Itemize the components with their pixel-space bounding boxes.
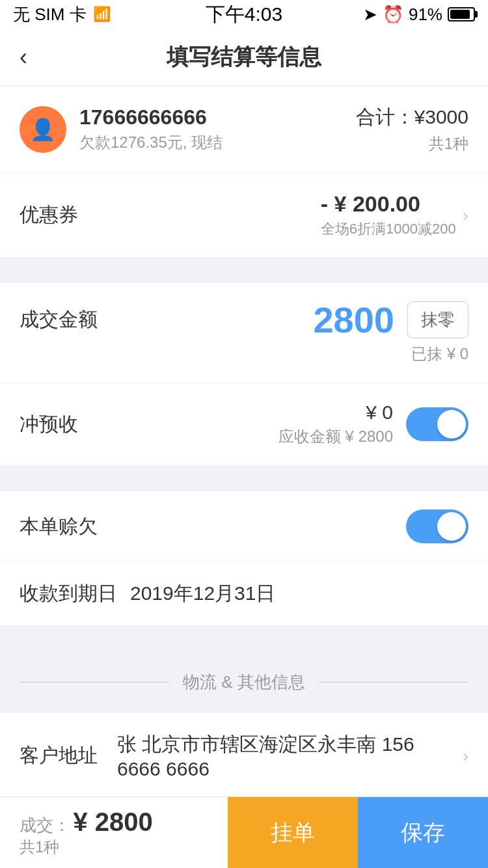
battery-icon [448, 7, 475, 21]
coupon-amount: - ¥ 200.00 [321, 191, 456, 217]
customer-right: 合计：¥3000 共1种 [356, 104, 468, 154]
due-section: 收款到期日 2019年12月31日 [0, 562, 488, 625]
prepay-sub: 应收金额 ¥ 2800 [278, 426, 393, 447]
save-button[interactable]: 保存 [358, 797, 488, 869]
footer-amount: ¥ 2800 [73, 807, 152, 836]
avatar: 👤 [20, 106, 66, 153]
due-row: 收款到期日 2019年12月31日 [20, 580, 468, 607]
coupon-info: - ¥ 200.00 全场6折满1000减200 [321, 191, 456, 239]
deal-card: 成交金额 2800 抹零 已抹 ¥ 0 冲预收 ¥ 0 应收金额 ¥ 2800 [0, 283, 488, 465]
customer-phone: 17666666666 [79, 105, 223, 129]
section-separator-3 [0, 638, 488, 651]
total-amount: 合计：¥3000 [356, 104, 468, 131]
carrier-label: 无 SIM 卡 [13, 3, 87, 26]
nav-bar: ‹ 填写结算等信息 [0, 29, 488, 86]
round-button[interactable]: 抹零 [407, 301, 468, 338]
deal-right: 2800 抹零 [313, 301, 468, 338]
location-icon: ➤ [363, 5, 377, 25]
section-separator-2 [0, 478, 488, 491]
footer-deal-label: 成交： [20, 815, 70, 835]
logistics-label: 物流 & 其他信息 [183, 671, 305, 694]
status-bar: 无 SIM 卡 📶 下午4:03 ➤ ⏰ 91% [0, 0, 488, 29]
battery-percent: 91% [409, 5, 442, 25]
debt-section: 本单赊欠 [0, 491, 488, 562]
divider-line-right [318, 682, 468, 683]
page-title: 填写结算等信息 [167, 42, 321, 72]
deal-row: 成交金额 2800 抹零 [20, 301, 468, 338]
debt-toggle[interactable] [406, 509, 468, 543]
status-time: 下午4:03 [206, 1, 282, 28]
logistics-divider: 物流 & 其他信息 [20, 671, 468, 694]
debt-label: 本单赊欠 [20, 513, 98, 540]
prepay-label: 冲预收 [20, 411, 78, 438]
coupon-desc: 全场6折满1000减200 [321, 219, 456, 239]
coupon-row[interactable]: 优惠券 - ¥ 200.00 全场6折满1000减200 › [0, 172, 488, 257]
hold-button[interactable]: 挂单 [228, 797, 358, 869]
deal-sub: 已抹 ¥ 0 [20, 344, 468, 364]
customer-card: 👤 17666666666 欠款1276.35元, 现结 合计：¥3000 共1… [0, 86, 488, 257]
battery-fill [450, 10, 470, 19]
prepay-values: ¥ 0 应收金额 ¥ 2800 [278, 401, 393, 447]
coupon-label: 优惠券 [20, 202, 78, 228]
back-button[interactable]: ‹ [20, 44, 27, 71]
due-label: 收款到期日 [20, 580, 117, 607]
customer-info: 17666666666 欠款1276.35元, 现结 [79, 105, 223, 153]
avatar-icon: 👤 [30, 117, 56, 142]
divider-line-left [20, 682, 170, 683]
prepay-amount: ¥ 0 [278, 401, 393, 424]
customer-row: 👤 17666666666 欠款1276.35元, 现结 合计：¥3000 共1… [0, 86, 488, 172]
footer-count: 共1种 [20, 837, 208, 858]
deal-amount-value: 2800 [313, 302, 394, 338]
prepay-row: 冲预收 ¥ 0 应收金额 ¥ 2800 [20, 401, 468, 447]
debt-toggle-knob [437, 512, 466, 541]
status-right: ➤ ⏰ 91% [363, 5, 475, 25]
alarm-icon: ⏰ [383, 5, 403, 25]
footer-info: 成交： ¥ 2800 共1种 [0, 807, 228, 858]
footer: 成交： ¥ 2800 共1种 挂单 保存 [0, 796, 488, 868]
coupon-right: - ¥ 200.00 全场6折满1000减200 › [321, 191, 468, 239]
address-chevron-icon: › [463, 746, 468, 766]
due-value: 2019年12月31日 [130, 580, 275, 607]
wifi-icon: 📶 [93, 6, 111, 23]
address-value: 张 北京市市辖区海淀区永丰南 156 6666 6666 [117, 731, 463, 780]
address-label: 客户地址 [20, 742, 98, 769]
customer-left: 👤 17666666666 欠款1276.35元, 现结 [20, 105, 223, 153]
debt-card: 本单赊欠 收款到期日 2019年12月31日 [0, 491, 488, 625]
customer-desc: 欠款1276.35元, 现结 [79, 132, 223, 153]
address-card: 客户地址 张 北京市市辖区海淀区永丰南 156 6666 6666 › [0, 713, 488, 798]
prepay-section: 冲预收 ¥ 0 应收金额 ¥ 2800 [0, 383, 488, 465]
deal-section: 成交金额 2800 抹零 已抹 ¥ 0 [0, 283, 488, 383]
prepay-right: ¥ 0 应收金额 ¥ 2800 [278, 401, 468, 447]
address-row[interactable]: 客户地址 张 北京市市辖区海淀区永丰南 156 6666 6666 › [0, 713, 488, 798]
prepay-toggle[interactable] [406, 407, 468, 441]
toggle-knob [437, 410, 466, 439]
main-content: 👤 17666666666 欠款1276.35元, 现结 合计：¥3000 共1… [0, 86, 488, 868]
logistics-section: 物流 & 其他信息 [0, 651, 488, 713]
total-count: 共1种 [356, 133, 468, 154]
status-left: 无 SIM 卡 📶 [13, 3, 111, 26]
section-separator-1 [0, 270, 488, 283]
coupon-chevron-icon: › [463, 205, 468, 226]
deal-label: 成交金额 [20, 306, 98, 333]
